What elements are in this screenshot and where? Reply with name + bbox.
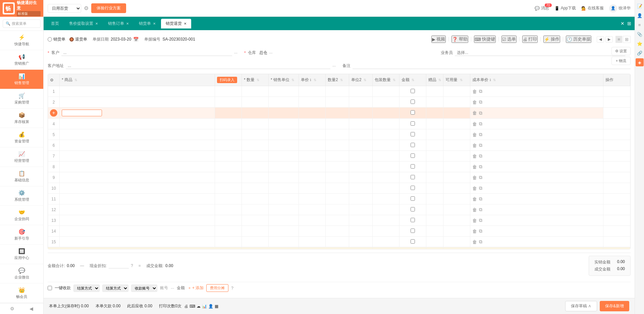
- add-row-button[interactable]: +: [50, 109, 57, 117]
- copy-row-button[interactable]: ⧉: [479, 196, 482, 202]
- sidebar-item-apps[interactable]: 🔲 应用中心: [0, 245, 43, 264]
- sidebar-item-basic[interactable]: 📋 基础信息: [0, 167, 43, 186]
- grid-view-button[interactable]: ⊞: [623, 36, 631, 43]
- right-star-button[interactable]: ⭐: [636, 40, 644, 48]
- sidebar-item-cooperation[interactable]: 🤝 企业协同: [0, 206, 43, 225]
- tab-sales-order-close[interactable]: ✕: [126, 22, 129, 25]
- gift-checkbox[interactable]: [411, 175, 415, 179]
- gift-checkbox[interactable]: [411, 110, 415, 115]
- delete-row-button[interactable]: 🗑: [472, 164, 477, 170]
- delete-row-button[interactable]: 🗑: [472, 153, 477, 159]
- delete-row-button[interactable]: 🗑: [472, 121, 477, 127]
- next-button[interactable]: ▶: [605, 36, 613, 43]
- industry-select[interactable]: 日用百货: [48, 4, 81, 13]
- right-user-button[interactable]: 👤: [636, 11, 644, 19]
- sidebar-item-finance[interactable]: 💰 资金管理: [0, 128, 43, 147]
- sidebar-item-inventory[interactable]: 📦 库存核算: [0, 109, 43, 128]
- copy-row-button[interactable]: ⧉: [479, 132, 482, 137]
- radio-return[interactable]: 退货单: [69, 37, 87, 42]
- video-button[interactable]: ▶ 视频: [431, 36, 446, 43]
- copy-row-button[interactable]: ⧉: [479, 110, 482, 116]
- copy-row-button[interactable]: ⧉: [479, 164, 482, 170]
- copy-row-button[interactable]: ⧉: [479, 88, 482, 94]
- address-input[interactable]: [66, 63, 330, 69]
- sidebar-item-system[interactable]: ⚙️ 系统管理: [0, 186, 43, 206]
- maximize-button[interactable]: ⊞: [627, 20, 632, 27]
- delete-row-button[interactable]: 🗑: [472, 100, 477, 105]
- search-menu-button[interactable]: 🔍 搜索菜单: [3, 19, 41, 28]
- customer-dots-button[interactable]: ···: [234, 51, 237, 55]
- tab-price-setting[interactable]: 售价提取设置 ✕: [64, 19, 103, 28]
- fee-split-button[interactable]: 费用分摊: [206, 284, 228, 292]
- sidebar-item-guide[interactable]: 🎯 新手引导: [0, 225, 43, 245]
- tab-home[interactable]: 首页: [46, 19, 64, 28]
- gift-checkbox[interactable]: [411, 100, 415, 104]
- logistics-button[interactable]: + 物流: [611, 57, 631, 65]
- gift-checkbox[interactable]: [411, 89, 415, 93]
- help-button[interactable]: ❓ 帮助: [451, 36, 468, 43]
- close-tab-button[interactable]: ✕: [620, 20, 625, 27]
- sidebar-item-wechat[interactable]: 💬 企业微信: [0, 264, 43, 284]
- radio-sales[interactable]: 销货单: [48, 37, 65, 42]
- tab-sales-close[interactable]: ✕: [153, 22, 156, 25]
- copy-row-button[interactable]: ⧉: [479, 239, 482, 245]
- sidebar-item-member[interactable]: 👑 畅会员: [0, 284, 43, 303]
- delete-row-button[interactable]: 🗑: [472, 110, 477, 116]
- tab-sales-return-close[interactable]: ✕: [184, 22, 186, 25]
- address-dots-button[interactable]: ···: [332, 64, 336, 68]
- delete-row-button[interactable]: 🗑: [472, 89, 477, 94]
- account-select[interactable]: 收款账号: [131, 285, 157, 292]
- delete-row-button[interactable]: 🗑: [472, 218, 477, 223]
- sidebar-item-purchase[interactable]: 🛒 采购管理: [0, 89, 43, 109]
- delete-row-button[interactable]: 🗑: [472, 207, 477, 212]
- gift-checkbox[interactable]: [411, 153, 415, 158]
- tab-price-setting-close[interactable]: ✕: [95, 22, 98, 25]
- payment-method-select[interactable]: 结算方式: [73, 285, 100, 292]
- gift-checkbox[interactable]: [411, 218, 415, 222]
- sidebar-item-shortcut[interactable]: ⚡ 快捷导航: [0, 31, 43, 50]
- topbar-settings-button[interactable]: ⚙: [84, 5, 89, 11]
- discount-input[interactable]: [109, 263, 129, 268]
- gift-checkbox[interactable]: [411, 186, 415, 190]
- save-new-button[interactable]: 保存&新增: [600, 301, 629, 311]
- delete-row-button[interactable]: 🗑: [472, 132, 477, 137]
- app-download-button[interactable]: 📱 App下载: [554, 5, 576, 11]
- gift-checkbox[interactable]: [411, 196, 415, 201]
- product-input[interactable]: [62, 110, 102, 116]
- sidebar-item-operations[interactable]: 📈 经营管理: [0, 147, 43, 167]
- print-button[interactable]: 🖨 打印: [522, 36, 538, 43]
- messages-button[interactable]: 💬 消息 70: [535, 5, 549, 11]
- gift-checkbox[interactable]: [411, 143, 415, 147]
- prev-button[interactable]: ◀: [597, 36, 604, 43]
- copy-row-button[interactable]: ⧉: [479, 217, 482, 223]
- gift-checkbox[interactable]: [411, 121, 415, 126]
- delete-row-button[interactable]: 🗑: [472, 196, 477, 202]
- delete-row-button[interactable]: 🗑: [472, 229, 477, 234]
- right-link-button[interactable]: 🔗: [636, 49, 644, 57]
- radio-return-input[interactable]: [69, 37, 74, 42]
- copy-row-button[interactable]: ⧉: [479, 153, 482, 159]
- right-orange-button[interactable]: ◈: [636, 58, 644, 66]
- online-service-button[interactable]: 💁 在线客服: [581, 5, 604, 11]
- user-menu[interactable]: 👤 徐泽华: [609, 4, 631, 12]
- staff-input[interactable]: [455, 50, 625, 56]
- calc-method-select[interactable]: 结算方式: [102, 285, 128, 292]
- warehouse-dots-button[interactable]: ···: [269, 51, 273, 55]
- copy-row-button[interactable]: ⧉: [479, 99, 482, 105]
- delete-row-button[interactable]: 🗑: [472, 175, 477, 180]
- scan-button[interactable]: 扫码录入: [217, 77, 237, 83]
- shortcut-button[interactable]: ⌨ 快捷键: [474, 36, 496, 43]
- gift-checkbox[interactable]: [411, 229, 415, 233]
- sidebar-item-marketing[interactable]: 📢 营销推广: [0, 50, 43, 70]
- tab-sales[interactable]: 销货单 ✕: [134, 19, 160, 28]
- copy-row-button[interactable]: ⧉: [479, 207, 482, 212]
- trial-button[interactable]: 体验行业方案: [91, 3, 126, 13]
- right-note-button[interactable]: 📝: [636, 2, 644, 10]
- delete-row-button[interactable]: 🗑: [472, 239, 477, 245]
- copy-row-button[interactable]: ⧉: [479, 175, 482, 180]
- gift-checkbox[interactable]: [411, 239, 415, 244]
- right-attach-button[interactable]: 📎: [636, 30, 644, 38]
- select-button[interactable]: ☑ 选单: [501, 36, 517, 43]
- copy-row-button[interactable]: ⧉: [479, 121, 482, 127]
- gift-checkbox[interactable]: [411, 132, 415, 136]
